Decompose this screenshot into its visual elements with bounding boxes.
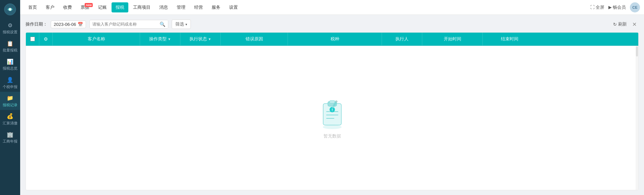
nav-item-xiaoxi[interactable]: 消息 xyxy=(155,2,172,12)
refresh-icon: ↻ xyxy=(613,22,617,27)
col-endtime-label: 结束时间 xyxy=(501,36,518,42)
fullscreen-icon: ⛶ xyxy=(590,5,595,10)
sidebar-label-gongshang-nianbao: 工商年报 xyxy=(3,139,17,144)
svg-rect-5 xyxy=(330,101,335,103)
settings-icon: ⚙ xyxy=(44,36,48,42)
nav-label-jizhang: 记账 xyxy=(98,5,107,10)
sidebar-item-baoshui-jilu[interactable]: 📁 报税记录 xyxy=(0,92,20,110)
member-btn[interactable]: ▶ 畅会员 xyxy=(608,4,626,10)
chevron-down-icon: ▾ xyxy=(185,23,187,26)
sidebar-icon-piliang-baoshui: 📋 xyxy=(6,40,14,47)
filter-icon-execstatus: ▼ xyxy=(208,37,211,41)
filter-label: 筛选 xyxy=(175,21,184,27)
search-button[interactable]: 🔍 xyxy=(157,20,168,28)
sidebar-item-huisuan-jiaona[interactable]: 💰 汇算清缴 xyxy=(0,110,20,128)
nav-item-shezhi[interactable]: 设置 xyxy=(225,2,242,12)
sidebar-item-baoshui-zonlan[interactable]: 📊 报税总览 xyxy=(0,55,20,73)
nav-item-jingying[interactable]: 经营 xyxy=(190,2,207,12)
empty-text: 暂无数据 xyxy=(324,133,341,139)
sidebar-item-gongshang-nianbao[interactable]: 🏢 工商年报 xyxy=(0,128,20,146)
nav-item-jizhang[interactable]: 记账 xyxy=(94,2,111,12)
th-start-time: 开始时间 xyxy=(422,33,483,45)
nav-item-kehu[interactable]: 客户 xyxy=(42,2,58,12)
table-body: ! 暂无数据 xyxy=(26,46,638,190)
search-input[interactable] xyxy=(90,21,157,28)
nav-label-fuwu: 服务 xyxy=(212,5,220,10)
scrollbar-thumb[interactable] xyxy=(636,46,638,56)
col-executor-label: 执行人 xyxy=(395,36,409,42)
member-label: 畅会员 xyxy=(613,4,626,10)
nav-item-baoshui[interactable]: 报税 xyxy=(112,2,128,12)
close-button[interactable]: ✕ xyxy=(630,21,639,28)
col-customer-label: 客户名称 xyxy=(88,36,105,42)
nav-item-shouye[interactable]: 首页 xyxy=(24,2,41,12)
nav-item-gongshang-xiangmu[interactable]: 工商项目 xyxy=(129,2,155,12)
fullscreen-btn[interactable]: ⛶ 全屏 xyxy=(590,4,604,10)
col-errorreason-label: 错误原因 xyxy=(246,36,263,42)
svg-point-1 xyxy=(9,8,11,11)
select-all-checkbox[interactable] xyxy=(30,37,35,41)
nav-label-baoshui: 报税 xyxy=(116,5,124,10)
sidebar-label-huisuan-jiaona: 汇算清缴 xyxy=(3,121,17,125)
scrollbar-track[interactable] xyxy=(636,46,638,190)
date-value: 2023-06-06 xyxy=(54,22,76,27)
nav-label-jingying: 经营 xyxy=(194,5,203,10)
sidebar: ⚙ 报税设置 📋 批量报税 📊 报税总览 👤 个税申报 📁 报税记录 💰 汇算清… xyxy=(0,0,20,195)
nav-item-fuwu[interactable]: 服务 xyxy=(208,2,224,12)
th-settings: ⚙ xyxy=(39,33,53,45)
toolbar: 操作日期： 2023-06-06 📅 🔍 筛选 ▾ ↻ 刷新 xyxy=(26,20,639,29)
refresh-label: 刷新 xyxy=(618,21,627,27)
th-executor: 执行人 xyxy=(382,33,422,45)
sidebar-icon-geshui-shenbao: 👤 xyxy=(6,76,14,84)
sidebar-icon-baoshui-shezhi: ⚙ xyxy=(6,22,14,29)
svg-point-2 xyxy=(323,125,342,129)
nav-label-gongshang-xiangmu: 工商项目 xyxy=(133,5,151,10)
th-customer-name: 客户名称 xyxy=(53,33,140,45)
filter-icon-optype: ▼ xyxy=(168,37,171,41)
main-area: 首页客户收费票据new记账报税工商项目消息管理经营服务设置 ⛶ 全屏 ▶ 畅会员… xyxy=(20,0,644,195)
sidebar-icon-huisuan-jiaona: 💰 xyxy=(6,113,14,120)
sidebar-icon-gongshang-nianbao: 🏢 xyxy=(6,131,14,138)
nav-label-xiaoxi: 消息 xyxy=(159,5,168,10)
sidebar-item-geshui-shenbao[interactable]: 👤 个税申报 xyxy=(0,74,20,92)
col-execstatus-label: 执行状态 xyxy=(189,36,207,42)
th-error-reason: 错误原因 xyxy=(221,33,288,45)
sidebar-icon-baoshui-jilu: 📁 xyxy=(6,94,14,102)
th-operation-type[interactable]: 操作类型 ▼ xyxy=(140,33,180,45)
nav-item-piaoju[interactable]: 票据new xyxy=(77,2,93,12)
sidebar-label-baoshui-shezhi: 报税设置 xyxy=(3,30,17,34)
content: 操作日期： 2023-06-06 📅 🔍 筛选 ▾ ↻ 刷新 xyxy=(20,15,644,195)
sidebar-label-baoshui-jilu: 报税记录 xyxy=(3,103,17,107)
th-checkbox[interactable] xyxy=(26,33,39,45)
nav-label-shouye: 首页 xyxy=(28,5,37,10)
th-exec-status[interactable]: 执行状态 ▼ xyxy=(180,33,221,45)
th-end-time: 结束时间 xyxy=(483,33,536,45)
page-content: 操作日期： 2023-06-06 📅 🔍 筛选 ▾ ↻ 刷新 xyxy=(20,15,644,195)
sidebar-icon-baoshui-zonlan: 📊 xyxy=(6,58,14,65)
refresh-button[interactable]: ↻ 刷新 xyxy=(613,21,627,27)
col-taxtype-label: 税种 xyxy=(331,36,339,42)
video-icon: ▶ xyxy=(608,5,612,10)
sidebar-item-piliang-baoshui[interactable]: 📋 批量报税 xyxy=(0,37,20,55)
empty-state: ! 暂无数据 xyxy=(317,97,347,139)
nav-label-kehu: 客户 xyxy=(46,5,54,10)
topnav: 首页客户收费票据new记账报税工商项目消息管理经营服务设置 ⛶ 全屏 ▶ 畅会员… xyxy=(20,0,644,15)
sidebar-item-baoshui-shezhi[interactable]: ⚙ 报税设置 xyxy=(0,19,20,37)
date-label: 操作日期： xyxy=(26,21,47,27)
topnav-right: ⛶ 全屏 ▶ 畅会员 CE xyxy=(590,2,640,12)
nav-label-shoufei: 收费 xyxy=(63,5,72,10)
date-input[interactable]: 2023-06-06 📅 xyxy=(51,21,86,28)
nav-label-guanli: 管理 xyxy=(177,5,185,10)
nav-badge-piaoju: new xyxy=(85,3,93,7)
nav-item-guanli[interactable]: 管理 xyxy=(173,2,189,12)
table-header: ⚙ 客户名称 操作类型 ▼ 执行状态 ▼ 错误原因 xyxy=(26,33,638,46)
logo xyxy=(4,3,16,15)
filter-button[interactable]: 筛选 ▾ xyxy=(172,20,191,29)
avatar[interactable]: CE xyxy=(630,2,640,12)
th-tax-type: 税种 xyxy=(288,33,382,45)
nav-item-shoufei[interactable]: 收费 xyxy=(59,2,76,12)
table-container: ⚙ 客户名称 操作类型 ▼ 执行状态 ▼ 错误原因 xyxy=(26,32,639,190)
col-starttime-label: 开始时间 xyxy=(444,36,461,42)
svg-text:!: ! xyxy=(332,108,333,112)
calendar-icon: 📅 xyxy=(78,22,83,27)
